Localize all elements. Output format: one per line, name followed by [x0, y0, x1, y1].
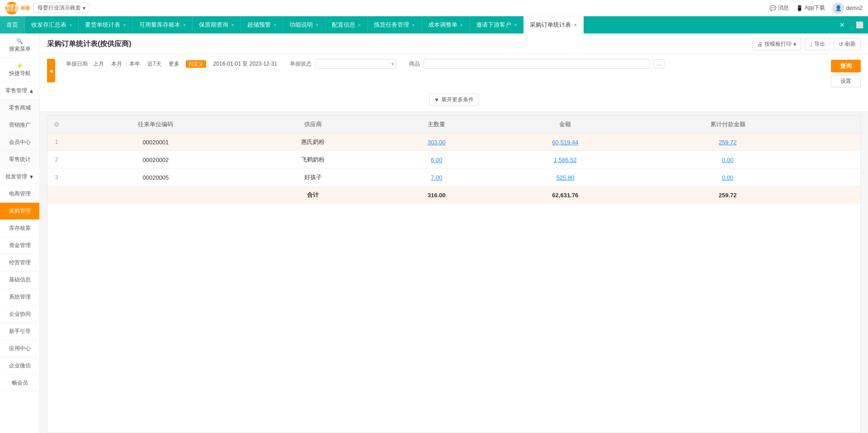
- tab-gongneng[interactable]: 功能说明 ×: [283, 16, 325, 33]
- maximize-button[interactable]: ⬜: [851, 16, 868, 33]
- tab-label: 收发存汇总表: [31, 21, 66, 29]
- shortcut-7days[interactable]: 近7天: [146, 59, 163, 69]
- close-icon[interactable]: ×: [412, 22, 415, 28]
- footer-label: 合计: [246, 186, 380, 204]
- close-window-button[interactable]: ✕: [834, 16, 851, 33]
- close-icon[interactable]: ×: [358, 22, 361, 28]
- sidebar-item-retail-mgmt[interactable]: 零售管理 ▲: [0, 82, 39, 100]
- close-icon[interactable]: ×: [460, 22, 463, 28]
- footer-amount: 62,631.76: [493, 186, 637, 204]
- cell-qty[interactable]: 6.00: [380, 151, 493, 169]
- print-button[interactable]: 🖨 按模板打印 ▾: [752, 38, 801, 50]
- filter-collapse-button[interactable]: ◀: [47, 59, 55, 82]
- sidebar-item-marketing[interactable]: 营销推广: [0, 117, 39, 134]
- table-row: 2 00020002 飞鹤奶粉 6.00 1,586.52 0.00: [47, 151, 860, 169]
- sidebar-label: 经营管理: [9, 259, 31, 266]
- status-select-wrapper: [315, 59, 396, 69]
- tab-shoufacun[interactable]: 收发存汇总表 ×: [25, 16, 79, 33]
- goods-input[interactable]: [424, 59, 650, 69]
- close-icon[interactable]: ×: [69, 22, 72, 28]
- sidebar-item-enterprise[interactable]: 企业协同: [0, 306, 39, 323]
- tab-label: 要货单统计表: [85, 21, 120, 29]
- sidebar-item-search[interactable]: 🔍 搜索菜单: [0, 33, 39, 58]
- export-button[interactable]: ↓ 导出: [805, 38, 830, 50]
- user-profile[interactable]: 👤 demo2: [832, 2, 863, 14]
- close-icon[interactable]: ×: [123, 22, 126, 28]
- message-button[interactable]: 💬 消息: [769, 4, 789, 12]
- sidebar-item-retail-stats[interactable]: 零售统计: [0, 151, 39, 168]
- cell-qty[interactable]: 7.00: [380, 169, 493, 186]
- sidebar-item-basic-info[interactable]: 基础信息: [0, 271, 39, 289]
- sidebar-item-members[interactable]: 会员中心: [0, 134, 39, 151]
- column-settings-icon[interactable]: ⚙: [54, 121, 60, 128]
- filter-section: ◀ 单据日期 上月 本月 本年 近7天 更多 自定义 2016-01-01 至 …: [40, 54, 868, 112]
- arrow-up-icon: ▲: [29, 88, 34, 94]
- tab-label: 邀请下游客户: [476, 21, 511, 29]
- sidebar-item-system[interactable]: 系统管理: [0, 289, 39, 306]
- close-icon[interactable]: ×: [231, 22, 234, 28]
- store-name: 母婴行业演示账套: [38, 4, 81, 12]
- sidebar-item-inventory[interactable]: 库存核算: [0, 220, 39, 237]
- tab-label: 可用量库存账本: [139, 21, 180, 29]
- tab-caigou-active[interactable]: 采购订单统计表 ×: [524, 16, 583, 33]
- row-index: 2: [47, 151, 66, 169]
- sidebar-label: 企业协同: [9, 310, 31, 318]
- cell-paid[interactable]: 259.72: [637, 133, 818, 151]
- close-icon[interactable]: ×: [183, 22, 186, 28]
- tab-chengben[interactable]: 成本调整单 ×: [422, 16, 470, 33]
- custom-date-badge[interactable]: 自定义: [186, 60, 206, 68]
- search-icon: 🔍: [16, 38, 23, 44]
- cell-paid[interactable]: 0.00: [637, 169, 818, 186]
- tab-baozhi[interactable]: 保质期查询 ×: [193, 16, 241, 33]
- refresh-button[interactable]: ↺ 刷新: [834, 38, 861, 50]
- sidebar-item-wechat[interactable]: 企业微信: [0, 357, 39, 375]
- sidebar-item-ecommerce[interactable]: 电商管理: [0, 186, 39, 203]
- cell-amount[interactable]: 1,586.52: [493, 151, 637, 169]
- sidebar-item-finance[interactable]: 资金管理: [0, 237, 39, 254]
- store-selector[interactable]: 母婴行业演示账套 ▾: [33, 3, 90, 13]
- cell-paid[interactable]: 0.00: [637, 151, 818, 169]
- status-select[interactable]: [315, 59, 396, 69]
- tab-label: 超储预警: [247, 21, 271, 29]
- status-label: 单据状态: [290, 60, 311, 68]
- shortcut-more[interactable]: 更多: [167, 59, 181, 69]
- shortcut-this-month[interactable]: 本月: [109, 59, 124, 69]
- tab-yaohuo[interactable]: 要货单统计表 ×: [79, 16, 132, 33]
- tab-yaoqing[interactable]: 邀请下游客户 ×: [470, 16, 524, 33]
- table-header: ⚙ 往来单位编码 供应商 主数量 金额 累计付款金额: [47, 116, 860, 133]
- sidebar-item-retail-store[interactable]: 零售商城: [0, 100, 39, 117]
- sidebar-item-appcenter[interactable]: 应用中心: [0, 340, 39, 357]
- settings-button[interactable]: 设置: [831, 75, 861, 87]
- close-icon[interactable]: ×: [514, 22, 517, 28]
- quicknav-icon: ⚡: [16, 62, 23, 69]
- sidebar-item-operations[interactable]: 经营管理: [0, 254, 39, 271]
- query-button[interactable]: 查询: [831, 60, 861, 72]
- col-code: 往来单位编码: [66, 116, 246, 133]
- tab-peizhi[interactable]: 配置信息 ×: [326, 16, 368, 33]
- tab-label: 拣货任务管理: [374, 21, 409, 29]
- tab-chaozhu[interactable]: 超储预警 ×: [241, 16, 283, 33]
- cell-qty[interactable]: 303.00: [380, 133, 493, 151]
- close-icon[interactable]: ×: [574, 22, 576, 28]
- tab-home[interactable]: 首页: [0, 16, 25, 33]
- sidebar-item-quicknav[interactable]: ⚡ 快捷导航: [0, 58, 39, 82]
- cell-amount[interactable]: 525.80: [493, 169, 637, 186]
- app-download-button[interactable]: 📱 App下载: [796, 4, 825, 12]
- expand-filter-button[interactable]: ▼ 展开更多条件: [429, 94, 479, 106]
- sidebar-item-wholesale[interactable]: 批发管理 ▼: [0, 168, 39, 186]
- shortcut-last-month[interactable]: 上月: [91, 59, 106, 69]
- export-icon: ↓: [810, 41, 812, 48]
- tab-keyong[interactable]: 可用量库存账本 ×: [133, 16, 193, 33]
- sidebar-item-member-vip[interactable]: 畅会员: [0, 375, 39, 392]
- cell-amount[interactable]: 60,519.44: [493, 133, 637, 151]
- print-icon: 🖨: [757, 41, 763, 48]
- shortcut-this-year[interactable]: 本年: [127, 59, 142, 69]
- close-icon[interactable]: ×: [316, 22, 318, 28]
- tab-jianhuo[interactable]: 拣货任务管理 ×: [368, 16, 421, 33]
- goods-more-btn[interactable]: …: [653, 59, 665, 68]
- close-icon[interactable]: ×: [274, 22, 276, 28]
- sidebar-item-newbie[interactable]: 新手引导: [0, 323, 39, 340]
- app-download-label: App下载: [805, 4, 825, 12]
- sidebar-item-purchase[interactable]: 采购管理: [0, 203, 39, 220]
- sidebar-label: 资金管理: [9, 242, 31, 249]
